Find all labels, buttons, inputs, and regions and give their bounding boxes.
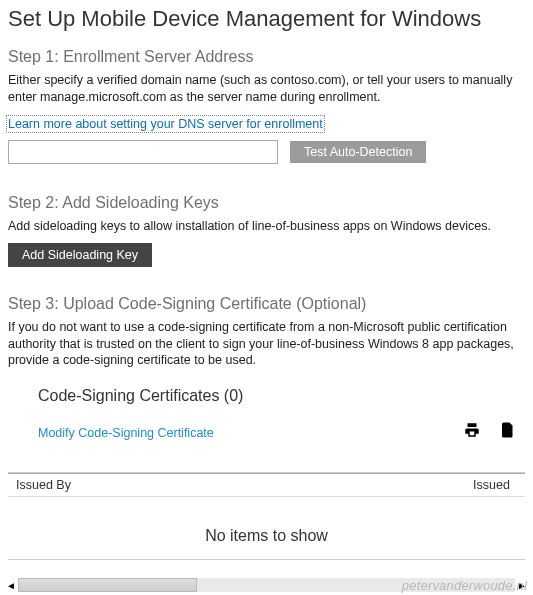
scroll-left-arrow[interactable]: ◄: [4, 578, 18, 592]
page-title: Set Up Mobile Device Management for Wind…: [8, 6, 525, 32]
column-issued-by[interactable]: Issued By: [16, 478, 473, 492]
code-signing-certs-section: Code-Signing Certificates (0) Modify Cod…: [8, 387, 525, 444]
step-1-heading: Step 1: Enrollment Server Address: [8, 48, 525, 66]
modify-code-signing-link[interactable]: Modify Code-Signing Certificate: [38, 426, 214, 440]
dns-learn-more-link[interactable]: Learn more about setting your DNS server…: [8, 117, 323, 131]
scroll-right-arrow[interactable]: ►: [515, 578, 529, 592]
scroll-track[interactable]: [18, 578, 515, 592]
print-icon[interactable]: [463, 421, 481, 444]
step-2-heading: Step 2: Add Sideloading Keys: [8, 194, 525, 212]
cert-toolbar-icons: [463, 421, 517, 444]
export-icon[interactable]: [499, 421, 517, 444]
step-1-section: Step 1: Enrollment Server Address Either…: [8, 48, 525, 164]
step-1-description: Either specify a verified domain name (s…: [8, 72, 525, 106]
certs-empty-message: No items to show: [8, 497, 525, 559]
step-2-description: Add sideloading keys to allow installati…: [8, 218, 525, 235]
step-3-section: Step 3: Upload Code-Signing Certificate …: [8, 295, 525, 445]
code-signing-certs-title: Code-Signing Certificates (0): [38, 387, 525, 405]
cert-toolbar: Modify Code-Signing Certificate: [38, 421, 525, 444]
add-sideloading-key-button[interactable]: Add Sideloading Key: [8, 243, 152, 267]
certs-table: Issued By Issued No items to show: [8, 472, 525, 560]
test-auto-detection-button[interactable]: Test Auto-Detection: [290, 141, 426, 163]
step-3-heading: Step 3: Upload Code-Signing Certificate …: [8, 295, 525, 313]
scroll-thumb[interactable]: [18, 578, 197, 592]
column-issued[interactable]: Issued: [473, 478, 517, 492]
server-address-input[interactable]: [8, 140, 278, 164]
server-address-row: Test Auto-Detection: [8, 140, 525, 164]
step-2-section: Step 2: Add Sideloading Keys Add sideloa…: [8, 194, 525, 267]
step-3-description: If you do not want to use a code-signing…: [8, 319, 525, 370]
horizontal-scrollbar[interactable]: ◄ ►: [4, 577, 529, 593]
certs-table-header: Issued By Issued: [8, 473, 525, 497]
